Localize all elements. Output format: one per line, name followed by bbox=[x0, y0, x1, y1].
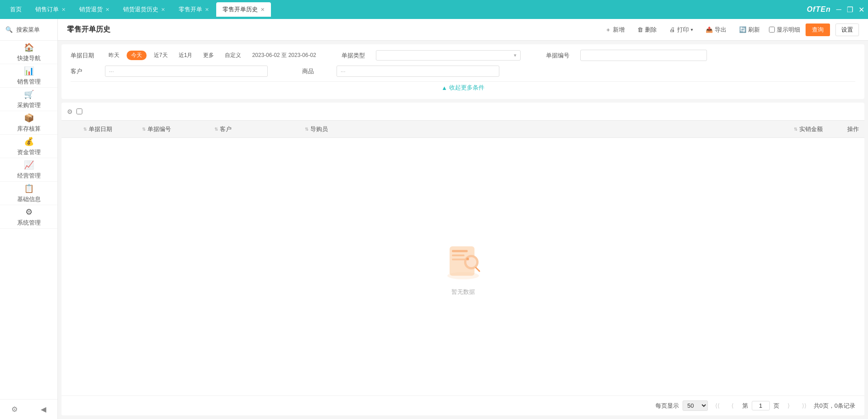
tab-sales-order-label: 销售订单 bbox=[35, 5, 59, 14]
doc-type-select[interactable]: ▾ bbox=[376, 50, 521, 61]
business-icon: 📈 bbox=[24, 160, 34, 170]
tab-retail-order[interactable]: 零售开单 ✕ bbox=[172, 2, 215, 17]
sidebar-item-system-label: 系统管理 bbox=[17, 219, 41, 227]
add-icon: ＋ bbox=[605, 26, 611, 34]
tab-sales-order-close[interactable]: ✕ bbox=[62, 7, 66, 13]
sidebar: 🔍 搜索菜单 🏠 快捷导航 📊 销售管理 🛒 采购管理 📦 库存核算 💰 资金管… bbox=[0, 19, 58, 419]
tab-retail-order-close[interactable]: ✕ bbox=[205, 7, 209, 13]
date-range: 2023-06-02 至 2023-06-02 bbox=[252, 52, 316, 59]
minimize-btn[interactable]: ─ bbox=[836, 5, 841, 14]
sidebar-item-system[interactable]: ⚙ 系统管理 bbox=[0, 205, 57, 229]
sidebar-item-finance-label: 资金管理 bbox=[17, 148, 41, 156]
tab-home[interactable]: 首页 bbox=[4, 2, 28, 17]
sidebar-item-quick-nav[interactable]: 🏠 快捷导航 bbox=[0, 41, 57, 64]
sidebar-item-sales[interactable]: 📊 销售管理 bbox=[0, 64, 57, 88]
date-btn-1month[interactable]: 近1月 bbox=[175, 51, 196, 60]
tab-sales-return[interactable]: 销货退货 ✕ bbox=[73, 2, 116, 17]
refresh-button[interactable]: 🔄 刷新 bbox=[735, 24, 764, 36]
sidebar-bottom: ⚙ ◀ bbox=[0, 399, 57, 419]
filter-row-2: 客户 ··· 商品 ··· bbox=[71, 66, 855, 77]
empty-text: 暂无数据 bbox=[451, 288, 475, 296]
customer-select[interactable]: ··· bbox=[105, 66, 268, 77]
prev-page-btn[interactable]: ⟨ bbox=[727, 400, 739, 412]
filter-area: 单据日期 昨天 今天 近7天 近1月 更多 自定义 2023-06-02 至 2… bbox=[62, 44, 864, 99]
first-page-btn[interactable]: ⟨⟨ bbox=[711, 400, 723, 412]
page-header: 零售开单历史 ＋ 新增 🗑 删除 🖨 打印 ▾ 📤 导出 bbox=[58, 19, 868, 41]
pagination: 每页显示 50 100 200 ⟨⟨ ⟨ 第 页 ⟩ ⟩⟩ 共0页，0条记录 bbox=[62, 395, 864, 415]
th-date[interactable]: ⇅ 单据日期 bbox=[83, 125, 142, 133]
show-detail-check[interactable] bbox=[769, 27, 775, 33]
sidebar-item-basic-info[interactable]: 📋 基础信息 bbox=[0, 182, 57, 205]
date-label: 单据日期 bbox=[71, 52, 98, 60]
date-btn-7days[interactable]: 近7天 bbox=[150, 51, 171, 60]
table-toolbar: ⚙ bbox=[62, 103, 864, 121]
settings-icon[interactable]: ⚙ bbox=[11, 405, 18, 414]
add-button[interactable]: ＋ 新增 bbox=[602, 24, 628, 36]
th-date-label: 单据日期 bbox=[89, 125, 112, 133]
page-size-select[interactable]: 50 100 200 bbox=[683, 400, 708, 411]
select-all-checkbox[interactable] bbox=[76, 108, 82, 114]
restore-btn[interactable]: ❐ bbox=[847, 5, 853, 14]
delete-button[interactable]: 🗑 删除 bbox=[634, 24, 660, 36]
print-label: 打印 bbox=[677, 26, 689, 34]
top-tabbar: 首页 销售订单 ✕ 销货退货 ✕ 销货退货历史 ✕ 零售开单 ✕ 零售开单历史 … bbox=[0, 0, 868, 19]
page-title: 零售开单历史 bbox=[67, 25, 110, 34]
collapse-more-btn[interactable]: ▲ 收起更多条件 bbox=[71, 81, 855, 94]
last-page-btn[interactable]: ⟩⟩ bbox=[798, 400, 810, 412]
settings-button[interactable]: 设置 bbox=[835, 24, 859, 36]
collapse-label: 收起更多条件 bbox=[449, 84, 484, 92]
goods-select[interactable]: ··· bbox=[337, 66, 499, 77]
empty-illustration bbox=[441, 237, 486, 282]
sidebar-item-purchase[interactable]: 🛒 采购管理 bbox=[0, 88, 57, 111]
doc-no-label: 单据编号 bbox=[546, 52, 573, 60]
tab-sales-return-close[interactable]: ✕ bbox=[105, 7, 109, 13]
tab-sales-order[interactable]: 销售订单 ✕ bbox=[29, 2, 72, 17]
th-op-label: 操作 bbox=[847, 125, 859, 133]
table-settings-icon[interactable]: ⚙ bbox=[67, 108, 73, 115]
sidebar-item-finance[interactable]: 💰 资金管理 bbox=[0, 135, 57, 158]
sidebar-search-label: 搜索菜单 bbox=[16, 26, 40, 34]
sidebar-search[interactable]: 🔍 搜索菜单 bbox=[0, 19, 57, 41]
tab-sales-return-label: 销货退货 bbox=[79, 5, 103, 14]
sidebar-item-purchase-label: 采购管理 bbox=[17, 101, 41, 109]
th-no-sort: ⇅ bbox=[142, 127, 146, 132]
content-area: 零售开单历史 ＋ 新增 🗑 删除 🖨 打印 ▾ 📤 导出 bbox=[58, 19, 868, 419]
sidebar-item-inventory[interactable]: 📦 库存核算 bbox=[0, 111, 57, 135]
next-page-btn[interactable]: ⟩ bbox=[783, 400, 795, 412]
sidebar-item-business[interactable]: 📈 经营管理 bbox=[0, 158, 57, 182]
date-btn-custom[interactable]: 自定义 bbox=[221, 51, 245, 60]
query-button[interactable]: 查询 bbox=[806, 24, 830, 36]
th-salesman-label: 导购员 bbox=[310, 125, 328, 133]
query-label: 查询 bbox=[812, 26, 824, 34]
collapse-icon: ▲ bbox=[441, 85, 447, 91]
tab-sales-return-history-close[interactable]: ✕ bbox=[161, 7, 165, 13]
th-customer-sort: ⇅ bbox=[214, 127, 218, 132]
date-btn-today[interactable]: 今天 bbox=[127, 51, 147, 60]
collapse-sidebar-icon[interactable]: ◀ bbox=[41, 405, 46, 414]
doc-type-dropdown-icon: ▾ bbox=[514, 52, 517, 58]
th-salesman[interactable]: ⇅ 导购员 bbox=[305, 125, 368, 133]
doc-no-input[interactable] bbox=[580, 50, 707, 61]
tab-retail-history-label: 零售开单历史 bbox=[223, 5, 258, 14]
tab-retail-history[interactable]: 零售开单历史 ✕ bbox=[216, 2, 271, 17]
finance-icon: 💰 bbox=[24, 137, 34, 146]
print-button[interactable]: 🖨 打印 ▾ bbox=[666, 24, 697, 36]
th-salesman-sort: ⇅ bbox=[305, 127, 308, 132]
date-btn-more[interactable]: 更多 bbox=[199, 51, 218, 60]
tab-retail-history-close[interactable]: ✕ bbox=[261, 7, 265, 13]
system-icon: ⚙ bbox=[25, 207, 33, 217]
page-label: 页 bbox=[773, 402, 779, 410]
basic-info-icon: 📋 bbox=[24, 184, 34, 193]
th-customer[interactable]: ⇅ 客户 bbox=[214, 125, 305, 133]
current-page-input[interactable] bbox=[752, 401, 770, 410]
tab-sales-return-history[interactable]: 销货退货历史 ✕ bbox=[117, 2, 171, 17]
svg-rect-3 bbox=[452, 254, 465, 256]
date-btn-yesterday[interactable]: 昨天 bbox=[105, 51, 123, 60]
export-button[interactable]: 📤 导出 bbox=[702, 24, 730, 36]
search-icon: 🔍 bbox=[5, 26, 13, 33]
show-detail-checkbox[interactable]: 显示明细 bbox=[769, 26, 800, 34]
tab-sales-return-history-label: 销货退货历史 bbox=[123, 5, 158, 14]
th-amount[interactable]: ⇅ 实销金额 bbox=[768, 125, 823, 133]
th-no[interactable]: ⇅ 单据编号 bbox=[142, 125, 214, 133]
close-btn[interactable]: ✕ bbox=[859, 5, 864, 14]
